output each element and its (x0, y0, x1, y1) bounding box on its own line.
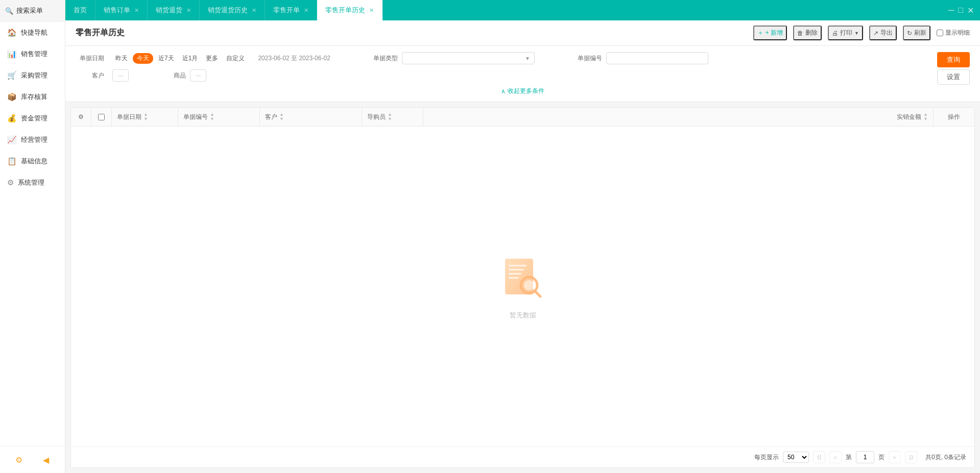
page-next-btn[interactable]: ＞ (889, 451, 901, 463)
nav-label-sales: 销售管理 (21, 49, 47, 59)
sidebar-menu: 🏠快捷导航📊销售管理🛒采购管理📦库存核算💰资金管理📈经营管理📋基础信息⚙系统管理 (0, 22, 65, 446)
page-size-label: 每页显示 (754, 453, 779, 462)
window-close-btn[interactable]: ✕ (967, 6, 974, 15)
tab-sales-return[interactable]: 销货退货✕ (148, 0, 200, 20)
tab-sales-return-history[interactable]: 销货退货历史✕ (200, 0, 265, 20)
customer-filter-input[interactable]: ··· (112, 69, 129, 82)
main-area: 首页销售订单✕销货退货✕销货退货历史✕零售开单✕零售开单历史✕ ─ □ ✕ 零售… (65, 0, 980, 473)
refresh-icon: ↻ (907, 30, 912, 37)
nav-icon-quick-nav: 🏠 (7, 28, 17, 37)
tab-close-sales-return[interactable]: ✕ (186, 7, 191, 14)
filter-row-date: 单据日期 昨天 今天 近7天 近1月 更多 自定义 2023-06-02 至 2… (76, 52, 927, 64)
th-settings[interactable]: ⚙ (71, 108, 91, 126)
customer-sort-icon: ▲▼ (279, 112, 284, 121)
th-num[interactable]: 单据编号 ▲▼ (178, 108, 260, 126)
sidebar: 🔍 搜索采单 🏠快捷导航📊销售管理🛒采购管理📦库存核算💰资金管理📈经营管理📋基础… (0, 0, 65, 473)
date-more-btn[interactable]: 更多 (203, 53, 221, 64)
add-button[interactable]: ＋ + 新增 (753, 26, 787, 40)
svg-rect-1 (509, 265, 527, 266)
delete-icon: 🗑 (797, 30, 803, 37)
type-select[interactable]: 全部 (402, 53, 534, 64)
window-minimize-btn[interactable]: ─ (948, 6, 954, 15)
nav-label-purchase: 采购管理 (21, 71, 47, 80)
goods-filter-input[interactable]: ··· (190, 69, 206, 82)
nav-label-system: 系统管理 (18, 178, 44, 187)
export-icon: ↗ (873, 30, 878, 37)
date-yesterday-btn[interactable]: 昨天 (112, 53, 131, 64)
show-detail-checkbox[interactable] (937, 30, 943, 36)
th-amount[interactable]: 实销金额 ▲▼ (423, 108, 934, 126)
date-sort-icon: ▲▼ (144, 112, 148, 121)
sidebar-item-system[interactable]: ⚙系统管理 (0, 172, 65, 193)
page-prev-btn[interactable]: ＜ (829, 451, 842, 463)
total-label: 共0页, 0条记录 (925, 453, 966, 462)
query-button[interactable]: 查询 (937, 52, 970, 67)
page-label-end: 页 (878, 453, 885, 462)
nav-icon-system: ⚙ (7, 178, 14, 187)
select-all-checkbox[interactable] (98, 114, 105, 120)
date-today-btn[interactable]: 今天 (133, 53, 153, 64)
sidebar-item-purchase[interactable]: 🛒采购管理 (0, 65, 65, 86)
delete-button[interactable]: 🗑 删除 (793, 26, 822, 40)
page-last-btn[interactable]: ⟩⟩ (905, 451, 917, 463)
filter-settings-button[interactable]: 设置 (937, 69, 970, 85)
th-guide[interactable]: 导购员 ▲▼ (362, 108, 423, 126)
sidebar-item-operations[interactable]: 📈经营管理 (0, 129, 65, 151)
nav-icon-operations: 📈 (7, 135, 17, 144)
nav-label-operations: 经营管理 (21, 135, 47, 144)
num-filter-input[interactable] (606, 52, 708, 64)
type-select-wrap[interactable]: 全部 ▼ (402, 52, 535, 64)
sidebar-item-quick-nav[interactable]: 🏠快捷导航 (0, 22, 65, 43)
date-7days-btn[interactable]: 近7天 (155, 53, 177, 64)
settings-footer-btn[interactable]: ⚙ (11, 452, 27, 468)
sidebar-item-basic[interactable]: 📋基础信息 (0, 151, 65, 172)
collapse-sidebar-btn[interactable]: ◀ (38, 452, 54, 468)
type-filter-label: 单据类型 (369, 54, 398, 63)
amount-sort-icon: ▲▼ (923, 112, 928, 121)
nav-icon-finance: 💰 (7, 114, 17, 123)
tab-home[interactable]: 首页 (65, 0, 95, 20)
guide-sort-icon: ▲▼ (388, 112, 392, 121)
th-date[interactable]: 单据日期 ▲▼ (112, 108, 178, 126)
date-1month-btn[interactable]: 近1月 (179, 53, 201, 64)
export-button[interactable]: ↗ 导出 (869, 26, 897, 40)
print-button[interactable]: 🖨 打印 ▼ (828, 26, 863, 40)
page-size-select[interactable]: 10 20 50 100 (783, 452, 809, 463)
sidebar-footer: ⚙ ◀ (0, 446, 65, 473)
nav-label-finance: 资金管理 (21, 114, 47, 123)
date-custom-btn[interactable]: 自定义 (223, 53, 248, 64)
filter-collapse-btn[interactable]: ∧ 收起更多条件 (76, 87, 970, 95)
refresh-button[interactable]: ↻ 刷新 (903, 26, 930, 40)
window-maximize-btn[interactable]: □ (958, 6, 963, 15)
sidebar-search[interactable]: 🔍 搜索采单 (0, 0, 65, 22)
date-buttons: 昨天 今天 近7天 近1月 更多 自定义 (112, 53, 248, 64)
tab-sales-order[interactable]: 销售订单✕ (95, 0, 148, 20)
tab-label-sales-return: 销货退货 (156, 6, 182, 15)
tab-close-retail-open[interactable]: ✕ (304, 7, 308, 14)
page-number-input[interactable]: 1 (856, 451, 874, 463)
show-detail-checkbox-label[interactable]: 显示明细 (937, 29, 970, 37)
tab-label-home: 首页 (74, 6, 87, 15)
svg-line-7 (535, 291, 540, 296)
th-customer[interactable]: 客户 ▲▼ (260, 108, 362, 126)
filter-row-customer: 客户 ··· 商品 ··· (76, 69, 927, 82)
sidebar-item-sales[interactable]: 📊销售管理 (0, 43, 65, 65)
tab-retail-history[interactable]: 零售开单历史✕ (317, 0, 383, 20)
tab-label-sales-return-history: 销货退货历史 (208, 6, 248, 15)
filter-area: 单据日期 昨天 今天 近7天 近1月 更多 自定义 2023-06-02 至 2… (65, 46, 980, 102)
tab-close-sales-order[interactable]: ✕ (134, 7, 139, 14)
th-action: 操作 (934, 108, 974, 126)
tab-close-retail-history[interactable]: ✕ (369, 7, 374, 14)
page-first-btn[interactable]: ⟨⟨ (813, 451, 825, 463)
nav-icon-purchase: 🛒 (7, 71, 17, 80)
sidebar-item-inventory[interactable]: 📦库存核算 (0, 86, 65, 108)
sidebar-search-label: 搜索采单 (16, 6, 43, 15)
th-checkbox[interactable] (91, 108, 112, 126)
svg-rect-2 (509, 269, 524, 270)
add-icon: ＋ (757, 29, 763, 37)
page-title: 零售开单历史 (76, 28, 125, 38)
tab-close-sales-return-history[interactable]: ✕ (252, 7, 256, 14)
empty-text: 暂无数据 (510, 311, 536, 320)
sidebar-item-finance[interactable]: 💰资金管理 (0, 108, 65, 129)
tab-retail-open[interactable]: 零售开单✕ (265, 0, 317, 20)
